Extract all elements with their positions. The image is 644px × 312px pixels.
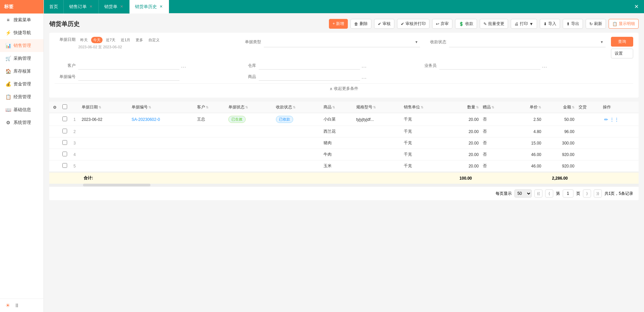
new-button[interactable]: + 新增 (329, 19, 348, 29)
sidebar-item-sys-mgmt[interactable]: ⚙ 系统管理 (0, 116, 44, 129)
query-button[interactable]: 查询 (611, 37, 633, 47)
page-first-button[interactable]: ⟨⟨ (534, 189, 542, 198)
payment-status-dropdown-icon[interactable]: ▼ (600, 40, 604, 44)
col-amount[interactable]: 金额⇅ (543, 102, 576, 113)
audit-print-button[interactable]: ✔ 审核并打印 (397, 19, 429, 29)
tab-sales-goods[interactable]: 销货单 ✕ (99, 0, 130, 14)
export-button[interactable]: ⬆ 导出 (563, 19, 583, 29)
col-goods[interactable]: 商品⇅ (321, 102, 354, 113)
finance-icon: 💰 (5, 81, 11, 87)
page-last-button[interactable]: ⟩⟩ (594, 189, 602, 198)
sidebar-item-quick-nav[interactable]: ⚡ 快捷导航 (0, 26, 44, 39)
batch-change-button[interactable]: ✎ 批量变更 (480, 19, 508, 29)
tab-sales-history-label: 销货单历史 (135, 4, 157, 10)
sidebar-item-operations[interactable]: 📋 经营管理 (0, 90, 44, 103)
cell-checkbox[interactable] (60, 160, 69, 172)
collect-button[interactable]: 💲 收款 (455, 19, 477, 29)
sidebar-item-base-info[interactable]: 📖 基础信息 (0, 103, 44, 116)
col-settings[interactable]: ⚙ (49, 102, 60, 113)
sidebar-item-finance[interactable]: 💰 资金管理 (0, 78, 44, 90)
show-detail-button[interactable]: 📋 显示明细 (609, 19, 639, 29)
tab-sales-goods-close[interactable]: ✕ (119, 4, 124, 9)
row-checkbox[interactable] (62, 152, 67, 156)
customer-input[interactable] (78, 62, 179, 70)
horizontal-scrollbar[interactable] (49, 184, 639, 186)
cell-customer (195, 126, 226, 137)
col-gift[interactable]: 赠品⇅ (481, 102, 512, 113)
tab-bar-close-all[interactable]: ✕ (629, 3, 644, 10)
per-page-select[interactable]: 50 20 100 (514, 189, 532, 198)
warehouse-input[interactable] (259, 62, 360, 70)
doc-no-link[interactable]: SA-20230602-0 (132, 117, 160, 122)
print-button[interactable]: 🖨 打印 ▼ (511, 19, 537, 29)
select-all-checkbox[interactable] (62, 104, 67, 109)
page-next-button[interactable]: ⟩ (583, 189, 591, 198)
date-tab-today[interactable]: 今天 (91, 37, 103, 43)
refresh-button[interactable]: ↻ 刷新 (586, 19, 606, 29)
cell-customer: 王总 (195, 113, 226, 126)
sidebar-item-inventory[interactable]: 🏠 库存核算 (0, 65, 44, 78)
tab-home[interactable]: 首页 (44, 0, 64, 14)
sidebar-bottom-icon2[interactable]: ⏸ (14, 303, 20, 309)
col-payment-status[interactable]: 收款状态⇅ (274, 102, 321, 113)
doc-type-input[interactable] (266, 38, 367, 46)
date-tab-7days[interactable]: 近7天 (104, 37, 117, 43)
salesperson-dots[interactable]: … (542, 63, 547, 69)
customer-dots[interactable]: … (181, 63, 186, 69)
row-checkbox[interactable] (62, 116, 67, 121)
cell-doc-date (80, 149, 130, 160)
cell-doc-date (80, 137, 130, 149)
row-checkbox[interactable] (62, 163, 67, 168)
col-unit-price[interactable]: 单价⇅ (512, 102, 543, 113)
col-doc-date[interactable]: 单据日期⇅ (80, 102, 130, 113)
salesperson-input[interactable] (439, 62, 540, 70)
edit-action-icon[interactable]: ✏ (603, 116, 610, 123)
tab-sales-order-close[interactable]: ✕ (89, 4, 93, 9)
delete-button[interactable]: 🗑 删除 (351, 19, 371, 29)
cell-checkbox[interactable] (60, 149, 69, 160)
doc-type-dropdown-icon[interactable]: ▼ (415, 40, 418, 44)
warehouse-dots[interactable]: … (361, 63, 367, 69)
scrollbar-thumb[interactable] (83, 184, 150, 186)
col-qty[interactable]: 数量⇅ (449, 102, 481, 113)
doc-no-input[interactable] (78, 73, 179, 81)
date-tab-1month[interactable]: 近1月 (119, 37, 132, 43)
tab-sales-order[interactable]: 销售订单 ✕ (64, 0, 99, 14)
col-doc-no[interactable]: 单据编号⇅ (130, 102, 195, 113)
payment-status-input[interactable] (451, 38, 552, 46)
col-customer[interactable]: 客户⇅ (195, 102, 226, 113)
date-tab-more[interactable]: 更多 (134, 37, 145, 43)
footer-total-qty: 100.00 (439, 176, 474, 181)
more-action-icon[interactable]: ⋮⋮ (611, 116, 618, 123)
cell-trade (577, 113, 601, 126)
sidebar-bottom-icon1[interactable]: ☀ (5, 302, 10, 309)
cell-spec: tyjyjtyjdf... (354, 113, 402, 126)
row-checkbox[interactable] (62, 129, 67, 133)
import-button[interactable]: ⬇ 导入 (540, 19, 560, 29)
cell-checkbox[interactable] (60, 126, 69, 137)
abandon-button[interactable]: ↩ 弃审 (432, 19, 452, 29)
goods-dots[interactable]: … (361, 74, 367, 80)
collapse-button[interactable]: ∧ 收起更多条件 (55, 83, 633, 94)
audit-button[interactable]: ✔ 审核 (374, 19, 394, 29)
cell-checkbox[interactable] (60, 137, 69, 149)
row-checkbox[interactable] (62, 140, 67, 145)
tab-sales-history[interactable]: 销货单历史 ✕ (130, 0, 169, 14)
collect-icon: 💲 (459, 22, 464, 26)
col-doc-status[interactable]: 单据状态⇅ (226, 102, 274, 113)
cell-spec (354, 149, 402, 160)
goods-input[interactable] (259, 73, 360, 81)
sidebar-item-sales-mgmt[interactable]: 📊 销售管理 (0, 39, 44, 52)
sidebar-item-purchase-mgmt[interactable]: 🛒 采购管理 (0, 52, 44, 65)
col-sales-unit[interactable]: 销售单位⇅ (402, 102, 449, 113)
tab-sales-history-close[interactable]: ✕ (159, 4, 163, 9)
date-tab-custom[interactable]: 自定义 (146, 37, 162, 43)
page-prev-button[interactable]: ⟨ (545, 189, 553, 198)
payment-status-badge: 已收款 (276, 116, 293, 123)
date-tab-yesterday[interactable]: 昨天 (78, 37, 90, 43)
col-spec[interactable]: 规格型号⇅ (354, 102, 402, 113)
cell-checkbox[interactable] (60, 113, 69, 126)
page-number-input[interactable] (563, 189, 573, 198)
settings-button[interactable]: 设置 (611, 49, 633, 58)
sidebar-item-search-menu[interactable]: ≡ 搜索菜单 (0, 14, 44, 26)
